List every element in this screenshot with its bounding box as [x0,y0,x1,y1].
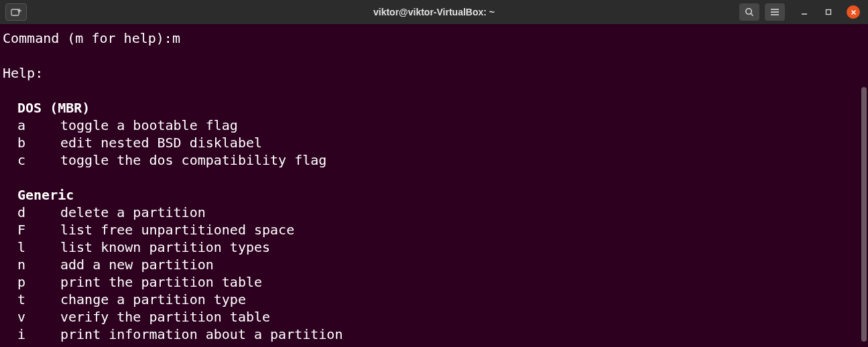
help-command-row: l list known partition types [3,238,865,256]
minimize-button[interactable] [798,6,810,18]
terminal-output[interactable]: Command (m for help): m Help: DOS (MBR) … [0,24,868,347]
new-tab-button[interactable] [5,3,27,21]
command-key: l [17,238,60,256]
command-key: i [17,326,60,343]
menu-button[interactable] [765,3,785,21]
help-command-row: p print the partition table [3,273,865,291]
user-input: m [172,29,180,47]
section-header-dos: DOS (MBR) [3,99,865,117]
command-desc: add a new partition [60,256,214,273]
help-command-row: v verify the partition table [3,308,865,326]
svg-line-4 [751,13,753,15]
svg-point-3 [746,9,751,14]
help-command-row: a toggle a bootable flag [3,117,865,134]
command-key: F [17,221,60,238]
help-command-row: n add a new partition [3,256,865,273]
titlebar-right [739,3,863,21]
command-desc: print information about a partition [60,326,343,343]
blank-line [3,169,865,186]
command-key: p [17,273,60,291]
help-command-row: c toggle the dos compatibility flag [3,151,865,169]
search-icon [745,7,754,17]
maximize-button[interactable] [822,6,834,18]
titlebar-left [5,3,27,21]
search-button[interactable] [739,3,759,21]
command-desc: print the partition table [60,273,262,291]
maximize-icon [825,9,832,15]
command-key: b [17,134,60,151]
command-key: t [17,291,60,308]
new-tab-icon [11,7,21,17]
help-label: Help: [3,64,865,82]
command-desc: list free unpartitioned space [60,221,294,238]
close-icon [851,9,857,15]
command-desc: change a partition type [60,291,246,308]
command-desc: edit nested BSD disklabel [60,134,262,151]
command-desc: delete a partition [60,204,206,221]
command-desc: list known partition types [60,238,270,256]
command-prompt-line: Command (m for help): m [3,29,865,47]
minimize-icon [801,9,808,15]
svg-rect-9 [826,10,831,15]
window-title: viktor@viktor-VirtualBox: ~ [373,7,495,17]
titlebar: viktor@viktor-VirtualBox: ~ [0,0,868,24]
command-key: d [17,204,60,221]
command-desc: toggle the dos compatibility flag [60,151,326,169]
hamburger-icon [770,8,780,16]
help-command-row: d delete a partition [3,204,865,221]
help-command-row: i print information about a partition [3,326,865,343]
close-button[interactable] [847,5,860,19]
command-key: c [17,151,60,169]
scrollbar-thumb[interactable] [861,87,867,342]
command-key: n [17,256,60,273]
command-key: v [17,308,60,326]
help-command-row: b edit nested BSD disklabel [3,134,865,151]
help-command-row: F list free unpartitioned space [3,221,865,238]
command-desc: toggle a bootable flag [60,117,238,134]
window-controls [798,5,860,19]
blank-line [3,47,865,64]
blank-line [3,82,865,99]
prompt-text: Command (m for help): [3,29,172,47]
help-command-row: t change a partition type [3,291,865,308]
command-key: a [17,117,60,134]
command-desc: verify the partition table [60,308,270,326]
section-header-generic: Generic [3,186,865,204]
